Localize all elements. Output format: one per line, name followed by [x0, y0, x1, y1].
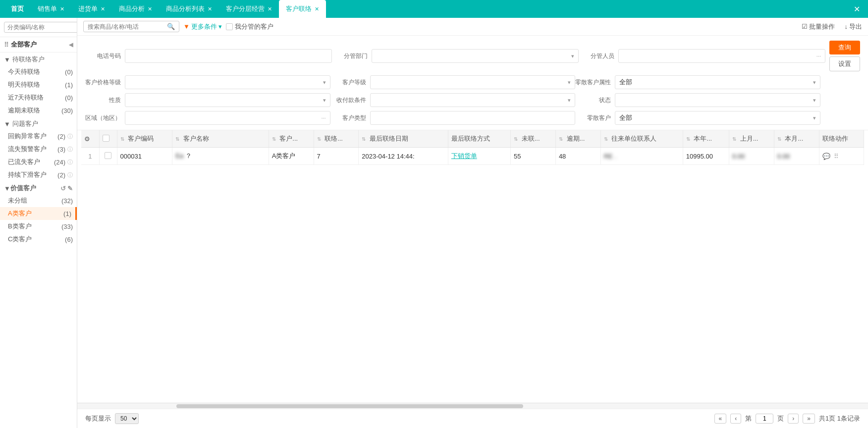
col-contact-count[interactable]: ⇅ 联络...: [314, 130, 359, 148]
row-check[interactable]: [99, 148, 117, 165]
scrollbar-thumb[interactable]: [176, 404, 523, 408]
last-page-button[interactable]: »: [803, 414, 815, 424]
nav-tab-analysis[interactable]: 商品分析 ✕: [112, 0, 159, 18]
phone-input[interactable]: [125, 49, 332, 63]
info-icon-2[interactable]: ⓘ: [67, 146, 73, 153]
manager-label: 分管人员: [579, 52, 618, 60]
setting-button[interactable]: 设置: [829, 56, 860, 71]
export-button[interactable]: ↓ 导出: [845, 22, 863, 31]
last-contact-method-link[interactable]: 下销货单: [451, 152, 477, 160]
col-gear[interactable]: ⚙: [81, 130, 99, 148]
retail-label: 零散客户: [575, 114, 615, 122]
info-icon-1[interactable]: ⓘ: [67, 133, 73, 140]
sidebar-search-input[interactable]: [4, 22, 77, 33]
more-filter-button[interactable]: ▼ 更多条件 ▾: [183, 22, 222, 31]
payment-select[interactable]: ▾: [370, 93, 576, 107]
close-sales-tab[interactable]: ✕: [60, 6, 64, 12]
gear-icon[interactable]: ⚙: [84, 135, 90, 143]
sort-level-icon: ⇅: [272, 136, 276, 142]
sidebar-item-churn-warning[interactable]: 流失预警客户 (3) ⓘ: [0, 143, 77, 156]
sidebar-item-class-b[interactable]: B类客户 (33): [0, 220, 77, 233]
sort-last-month-icon: ⇅: [732, 136, 736, 142]
col-code[interactable]: ⇅ 客户编码: [117, 130, 172, 148]
payment-label: 收付款条件: [330, 96, 370, 105]
my-customer-checkbox[interactable]: [226, 23, 233, 30]
nav-home[interactable]: 首页: [4, 0, 31, 18]
nav-tab-analysis-list[interactable]: 商品分析列表 ✕: [159, 0, 219, 18]
sidebar-item-declining[interactable]: 持续下滑客户 (2) ⓘ: [0, 168, 77, 181]
window-close-button[interactable]: ✕: [850, 4, 864, 14]
nav-tab-sales[interactable]: 销售单 ✕: [31, 0, 71, 18]
status-select[interactable]: ▾: [615, 93, 820, 107]
col-name[interactable]: ⇅ 客户名称: [172, 130, 269, 148]
cell-code: 000031: [117, 148, 172, 165]
sidebar-item-today-contact[interactable]: 今天待联络 (0): [0, 65, 77, 78]
cell-last-contact-method[interactable]: 下销货单: [448, 148, 510, 165]
filter-search-icon[interactable]: 🔍: [167, 23, 175, 30]
action-more-icon[interactable]: ⠿: [834, 153, 839, 160]
sidebar-item-7day-contact[interactable]: 近7天待联络 (0): [0, 91, 77, 104]
close-analysis-tab[interactable]: ✕: [148, 6, 152, 12]
retail-select[interactable]: 全部 ▾: [615, 111, 820, 125]
dept-select[interactable]: ▾: [372, 49, 579, 63]
sidebar-group-problem[interactable]: ▼ 问题客户: [0, 117, 77, 130]
sidebar-item-class-c[interactable]: C类客户 (6): [0, 233, 77, 246]
col-overdue[interactable]: ⇅ 逾期...: [555, 130, 600, 148]
close-analysis-list-tab[interactable]: ✕: [208, 6, 212, 12]
cust-level-label: 客户等级: [330, 78, 370, 87]
close-customer-tier-tab[interactable]: ✕: [268, 6, 272, 12]
sidebar-group-value[interactable]: ▼ 价值客户 ↺ ✎: [0, 181, 77, 194]
edit-icon[interactable]: ✎: [67, 185, 73, 192]
sidebar-item-tomorrow-contact[interactable]: 明天待联络 (1): [0, 78, 77, 91]
row-checkbox[interactable]: [105, 152, 111, 159]
batch-op-button[interactable]: ☑ 批量操作: [802, 22, 835, 31]
sidebar-item-repurchase-abnormal[interactable]: 回购异常客户 (2) ⓘ: [0, 130, 77, 143]
col-last-contact-date[interactable]: ⇅ 最后联络日期: [359, 130, 448, 148]
refresh-icon[interactable]: ↺: [60, 185, 66, 192]
collapse-icon[interactable]: ◀: [69, 42, 73, 48]
retail-attr-select[interactable]: 全部 ▾: [615, 75, 820, 89]
filter-bar: 🔍 ▼ 更多条件 ▾ 我分管的客户 ☑ 批量操作 ↓ 导出: [77, 18, 868, 36]
cust-type-select[interactable]: [370, 111, 576, 125]
horizontal-scrollbar[interactable]: [77, 403, 868, 409]
nav-tab-purchase[interactable]: 进货单 ✕: [71, 0, 112, 18]
info-icon-4[interactable]: ⓘ: [67, 171, 73, 179]
info-icon-3[interactable]: ⓘ: [67, 159, 73, 166]
col-contact-person[interactable]: ⇅ 往来单位联系人: [600, 130, 683, 148]
col-last-contact-method[interactable]: 最后联络方式: [448, 130, 510, 148]
col-this-month[interactable]: ⇅ 本月...: [774, 130, 819, 148]
dept-label: 分管部门: [332, 52, 372, 60]
close-customer-contact-tab[interactable]: ✕: [315, 6, 319, 12]
sidebar-group-pending-contact[interactable]: ▼ 待联络客户: [0, 53, 77, 65]
sidebar-item-class-a[interactable]: A类客户 (1): [0, 207, 77, 220]
per-page-select[interactable]: 50: [115, 413, 139, 424]
prev-page-button[interactable]: ‹: [730, 414, 741, 424]
sidebar-item-churned[interactable]: 已流失客户 (24) ⓘ: [0, 156, 77, 168]
all-customers-header[interactable]: ⠿ 全部客户 ◀: [0, 37, 77, 53]
first-page-button[interactable]: «: [714, 414, 727, 424]
select-all-checkbox[interactable]: [103, 135, 109, 142]
filter-search-input[interactable]: [88, 23, 167, 30]
col-action: 联络动作: [819, 130, 864, 148]
col-uncontacted[interactable]: ⇅ 未联...: [511, 130, 556, 148]
nav-tab-customer-tier[interactable]: 客户分层经营 ✕: [219, 0, 279, 18]
page-number-input[interactable]: [756, 414, 773, 424]
nav-tab-customer-contact[interactable]: 客户联络 ✕: [279, 0, 326, 18]
my-customer-checkbox-wrapper[interactable]: 我分管的客户: [226, 22, 273, 31]
action-message-icon[interactable]: 💬: [822, 153, 830, 160]
col-last-month[interactable]: ⇅ 上月...: [729, 130, 774, 148]
col-level[interactable]: ⇅ 客户...: [269, 130, 314, 148]
cust-level-select[interactable]: ▾: [370, 75, 576, 89]
filter-cell-cust-level: 客户等级 ▾: [330, 75, 576, 89]
sidebar-item-ungrouped[interactable]: 未分组 (32): [0, 194, 77, 207]
price-level-select[interactable]: ▾: [125, 75, 330, 89]
region-select[interactable]: ···: [125, 111, 330, 125]
query-button[interactable]: 查询: [829, 41, 860, 54]
col-this-year[interactable]: ⇅ 本年...: [683, 130, 729, 148]
table-row: 1 000031 Ea ？ A类客户 7 2023-04-12 14:44:: [81, 148, 864, 165]
next-page-button[interactable]: ›: [788, 414, 799, 424]
nature-select[interactable]: ▾: [125, 93, 330, 107]
sidebar-item-overdue-contact[interactable]: 逾期未联络 (30): [0, 104, 77, 117]
manager-select[interactable]: ···: [618, 49, 825, 63]
close-purchase-tab[interactable]: ✕: [101, 6, 105, 12]
